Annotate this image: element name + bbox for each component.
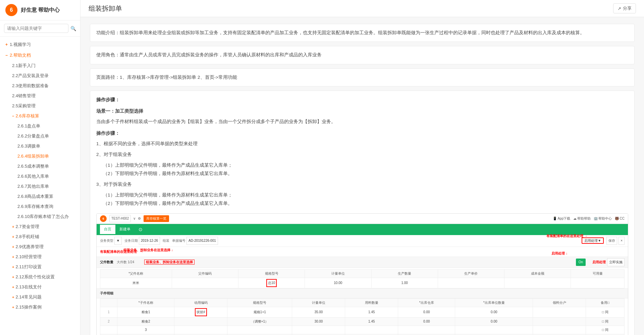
- inner-nav-settings: ⚙: [138, 216, 141, 222]
- operation-title: 操作步骤：: [96, 96, 628, 104]
- operations-block: 操作步骤： 场景一：加工类型选择 当由多个子件材料组装成一个成品的业务为【组装】…: [90, 91, 635, 335]
- th-qty: 生产数量: [371, 270, 438, 278]
- th-parent-code: 父件编码: [172, 270, 238, 278]
- nav-sub-2-6-9[interactable]: 2.6.9库存账本查询: [0, 202, 80, 212]
- nav-sub-2-8[interactable]: + 2.8手机旺铺: [0, 232, 80, 242]
- nav-sub-2-3[interactable]: 2.3使用前数据准备: [0, 81, 80, 91]
- nav-sub-label-2-2: 2.2产品安装及登录: [12, 73, 49, 79]
- step-2-1: （1）上部明细为父件明细，最终作为产成品生成某它入库单；: [103, 161, 628, 170]
- inner-code-value: AD-20191226-001: [186, 237, 218, 245]
- nav-sub-label-2-8: 2.8手机旺铺: [15, 234, 39, 240]
- search-input[interactable]: [4, 24, 68, 33]
- nav-sub-2-12[interactable]: + 2.12系统个性化设置: [0, 272, 80, 282]
- nav-tree: + 1.视频学习 − 2.帮助文档 2.1新手入门 2.2产品安装及登录 2.3…: [0, 37, 80, 335]
- nav-sub-2-4[interactable]: 2.4销售管理: [0, 91, 80, 101]
- td-wh-qty-2: 0.00: [455, 317, 533, 326]
- nav-sub-2-6-5[interactable]: 2.6.5成本调整单: [0, 161, 80, 171]
- nav-sub-2-9[interactable]: + 2.9优惠券管理: [0, 242, 80, 252]
- share-label: 分享: [623, 5, 632, 11]
- nav-sub-2-6-2[interactable]: 2.6.2分量盘点单: [0, 131, 80, 141]
- nav-sub-2-10[interactable]: + 2.10经营管理: [0, 252, 80, 262]
- inner-lower-table-container: *子件名称 动用编码 规格型号 计量单位 用料数量 *出库仓库 *出库单位数量 …: [97, 298, 628, 335]
- inner-type-dropdown[interactable]: ▼: [114, 237, 122, 245]
- td-spec: 总10: [238, 278, 305, 288]
- th-no: [100, 298, 117, 307]
- nav-label-1: 1.视频学习: [10, 42, 31, 48]
- inner-close-btn[interactable]: ×: [619, 237, 625, 245]
- nav-sub-2-6-10[interactable]: 2.6.10库存账本错了怎么办: [0, 212, 80, 222]
- expand-icon-2-14: +: [12, 295, 14, 299]
- nav-sub-2-6-6[interactable]: 2.6.6其他入库单: [0, 171, 80, 181]
- inner-confirm-btn[interactable]: 立即实施: [607, 258, 625, 266]
- nav-sub-2-6-1[interactable]: 2.6.1盘点单: [0, 121, 80, 131]
- inner-form-assembly: 组装: [163, 238, 169, 244]
- inner-process-btn[interactable]: 启用处理▼: [582, 237, 604, 244]
- expand-icon-2: −: [5, 53, 8, 58]
- nav-sub-label-2-12: 2.12系统个性化设置: [15, 274, 54, 280]
- nav-sub-label-2-6-1: 2.6.1盘点单: [17, 123, 40, 129]
- nav-sub-2-6-3[interactable]: 2.6.3调拨单: [0, 141, 80, 151]
- inner-date-value: 2019-12-26: [139, 237, 160, 245]
- nav-sub-2-1[interactable]: 2.1新手入门: [0, 61, 80, 71]
- inner-annotation-row1: 有装配清单的在这里处理 →: [97, 247, 628, 257]
- td-price-val: [438, 278, 504, 288]
- nav-sub-2-5[interactable]: 2.5采购管理: [0, 101, 80, 111]
- inner-assembly-label: 组装: [163, 238, 169, 244]
- td-parent-code: [172, 278, 238, 288]
- inner-tab-home[interactable]: 自页: [100, 225, 115, 234]
- table-row: 米米 总10 10.00 1.00: [100, 278, 625, 288]
- inner-tab-new[interactable]: 新建单: [115, 225, 135, 234]
- th-available: 可用量: [571, 270, 625, 278]
- search-box: 🔍: [0, 20, 80, 37]
- nav-item-2[interactable]: − 2.帮助文档: [0, 50, 80, 61]
- search-icon[interactable]: 🔍: [70, 26, 76, 31]
- td-extra-2: □ 同: [586, 317, 625, 326]
- arrow-right-icon: →: [139, 247, 144, 256]
- nav-sub-label-2-4: 2.4销售管理: [12, 93, 36, 99]
- inner-code-label: 单据编号: [172, 238, 185, 244]
- td-wh-2: 0.00: [398, 317, 455, 326]
- inner-overview-btn[interactable]: 库存核算一览: [144, 215, 169, 222]
- inner-nav-sep: v: [133, 216, 135, 222]
- inner-nav-right: 📱 App下载 ☁ 帮助帮助 🏢 帮助中心 🐻 CC: [553, 216, 625, 222]
- nav-sub-2-7[interactable]: + 2.7资金管理: [0, 222, 80, 232]
- th-parent-name: *父件名称: [100, 270, 172, 278]
- nav-sub-2-6-4[interactable]: 2.6.4组装拆卸单: [0, 151, 80, 161]
- content-area: 功能介绍：组装拆卸单用来处理企业组装或拆卸等加工业务，支持有固定装配清单的产品加…: [80, 17, 644, 335]
- th-child-spec: 规格型号: [227, 298, 292, 307]
- inner-upper-title: 父件数量: [100, 259, 113, 265]
- th-warehouse: *出库仓库: [398, 298, 455, 307]
- expand-icon-2-15: +: [12, 305, 14, 309]
- inner-on-toggle[interactable]: On: [576, 259, 586, 266]
- inner-on-area: On: [576, 259, 586, 266]
- nav-sub-label-2-6-5: 2.6.5成本调整单: [17, 163, 49, 169]
- td-row-no-2: 2: [100, 317, 117, 326]
- share-icon: ↗: [618, 6, 621, 11]
- th-child-name: *子件名称: [117, 298, 174, 307]
- td-child-name-2: 粮食2: [117, 317, 174, 326]
- th-extra: 备用□: [586, 298, 625, 307]
- nav-sub-2-15[interactable]: + 2.15操作案例: [0, 302, 80, 312]
- brand-name: 好生意 帮助中心: [21, 7, 60, 14]
- nav-sub-2-14[interactable]: + 2.14常见问题: [0, 292, 80, 302]
- nav-sub-label-2-13: 2.13在线支付: [15, 284, 41, 290]
- inner-tab-icon[interactable]: ⊙: [135, 224, 147, 235]
- share-button[interactable]: ↗ 分享: [613, 3, 636, 13]
- inner-form-date: 业务日期 2019-12-26: [124, 237, 160, 245]
- th-cost: 成本金额: [504, 270, 571, 278]
- nav-sub-2-11[interactable]: + 2.11打印设置: [0, 262, 80, 272]
- nav-sub-2-2[interactable]: 2.2产品安装及登录: [0, 71, 80, 81]
- nav-item-1[interactable]: + 1.视频学习: [0, 39, 80, 50]
- inner-form-header: 业务类型 ▼ 业务日期 2019-12-26 组装 单据编号 AD-2019: [97, 235, 628, 247]
- inner-save-btn[interactable]: 保存: [606, 237, 617, 245]
- td-code-annotated: 状状#: [195, 308, 207, 316]
- td-child-spec-1: 规格1+1: [227, 307, 292, 317]
- scene1-title: 场景一：加工类型选择: [96, 107, 628, 115]
- nav-sub-2-6-8[interactable]: 2.6.8商品成本重算: [0, 191, 80, 202]
- nav-sub-label-2-5: 2.5采购管理: [12, 103, 36, 109]
- nav-sub-2-6-7[interactable]: 2.6.7其他出库单: [0, 181, 80, 191]
- th-spec: 规格型号: [238, 270, 305, 278]
- step-3: 3、对于拆装业务: [96, 180, 628, 189]
- nav-sub-2-13[interactable]: + 2.13在线支付: [0, 282, 80, 292]
- nav-sub-2-6[interactable]: − 2.6库存核算: [0, 111, 80, 121]
